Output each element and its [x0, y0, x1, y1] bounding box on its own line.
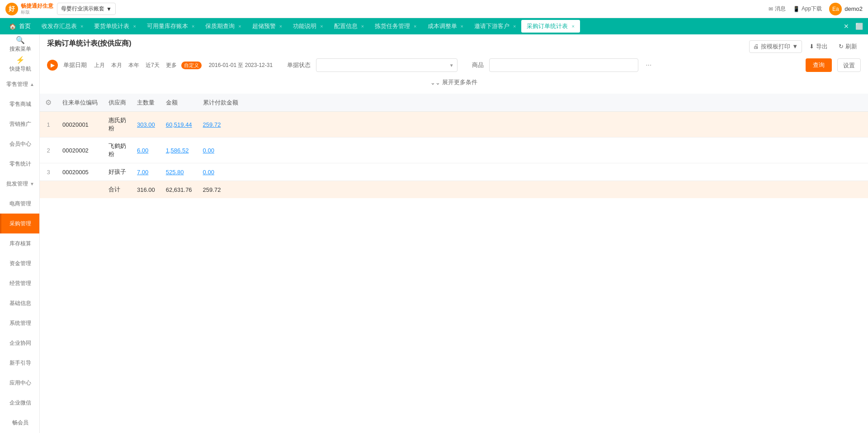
- close-tab-cost-adjust[interactable]: ×: [461, 24, 463, 29]
- sidebar-item-member2[interactable]: 畅会员: [0, 413, 39, 433]
- row-quantity[interactable]: 303.00: [132, 112, 160, 138]
- footer-label: 合计: [103, 181, 132, 199]
- tab-config-info[interactable]: 配置信息 ×: [329, 20, 369, 33]
- sidebar-item-inventory[interactable]: 库存核算: [0, 233, 39, 253]
- row-index: 1: [40, 112, 57, 138]
- tab-pick-task[interactable]: 拣货任务管理 ×: [369, 20, 422, 33]
- sidebar-item-wholesale[interactable]: 批发管理 ▼: [0, 174, 39, 194]
- refresh-button[interactable]: ↻ 刷新: [835, 41, 861, 52]
- table-settings-icon[interactable]: ⚙: [45, 99, 52, 106]
- sidebar-label-member2: 畅会员: [12, 419, 28, 427]
- nav-window-actions: ✕ ⬜: [841, 21, 864, 32]
- row-quantity[interactable]: 6.00: [132, 138, 160, 163]
- sidebar-item-search[interactable]: 🔍 搜索菜单: [0, 34, 39, 54]
- sidebar-item-basic-info[interactable]: 基础信息: [0, 294, 39, 314]
- filter-toggle-button[interactable]: ▶: [47, 60, 58, 71]
- sidebar-item-marketing[interactable]: 营销推广: [0, 114, 39, 134]
- table-row[interactable]: 2 00020002 飞鹤奶粉 6.00 1,586.52 0.00: [40, 138, 868, 163]
- sidebar-item-app-center[interactable]: 应用中心: [0, 373, 39, 393]
- page-header-combined: 采购订单统计表(按供应商) 🖨 按模板打印 ▼ ⬇ 导出 ↻ 刷新: [40, 34, 868, 94]
- query-button[interactable]: 查询: [806, 58, 832, 72]
- data-table: ⚙ 往来单位编码 供应商 主数量 金额 累计付款金额 1 00020001: [40, 94, 868, 198]
- more-shortcuts[interactable]: 更多: [164, 61, 179, 70]
- sidebar-item-quick-nav[interactable]: ⚡ 快捷导航: [0, 54, 39, 74]
- close-tab-pick-task[interactable]: ×: [414, 24, 416, 29]
- sidebar-item-purchase[interactable]: 采购管理: [0, 214, 39, 233]
- custom-date-badge[interactable]: 自定义: [181, 62, 202, 69]
- expand-more-button[interactable]: ⌄⌄ 展开更多条件: [430, 76, 477, 89]
- close-tab-available-stock[interactable]: ×: [192, 24, 194, 29]
- tab-func-desc[interactable]: 功能说明 ×: [288, 20, 328, 33]
- user-profile[interactable]: Ea demo2: [829, 3, 863, 15]
- row-amount[interactable]: 1,586.52: [160, 138, 198, 163]
- close-window-button[interactable]: ✕: [841, 21, 852, 32]
- export-button[interactable]: ⬇ 导出: [806, 41, 831, 52]
- tab-invite-downstream[interactable]: 邀请下游客户 ×: [469, 20, 521, 33]
- sidebar-item-enterprise-collab[interactable]: 企业协同: [0, 333, 39, 353]
- date-shortcuts: 上月 本月 本年 近7天 更多 自定义: [92, 61, 202, 70]
- table-row[interactable]: 1 00020001 惠氏奶粉 303.00 60,519.44 259.72: [40, 112, 868, 138]
- tab-available-stock[interactable]: 可用量库存账本 ×: [142, 20, 200, 33]
- tab-expiry-query[interactable]: 保质期查询 ×: [200, 20, 246, 33]
- tab-purchase-stat[interactable]: 采购订单统计表 ×: [521, 20, 580, 33]
- sidebar-label-operation: 经营管理: [9, 280, 31, 287]
- maximize-window-button[interactable]: ⬜: [854, 21, 864, 32]
- row-quantity[interactable]: 7.00: [132, 163, 160, 181]
- row-amount[interactable]: 60,519.44: [160, 112, 198, 138]
- this-year-shortcut[interactable]: 本年: [127, 61, 141, 70]
- sidebar-label-app-center: 应用中心: [9, 379, 31, 387]
- row-supplier: 好孩子: [103, 163, 132, 181]
- row-paid[interactable]: 0.00: [198, 163, 244, 181]
- sidebar-item-retail-store[interactable]: 零售商城: [0, 94, 39, 114]
- goods-label: 商品: [472, 61, 484, 69]
- template-print-button[interactable]: 🖨 按模板打印 ▼: [749, 40, 802, 53]
- status-select[interactable]: [316, 58, 458, 72]
- tab-cost-adjust[interactable]: 成本调整单 ×: [422, 20, 469, 33]
- mobile-icon: 📱: [793, 6, 800, 12]
- close-tab-config-info[interactable]: ×: [361, 24, 364, 29]
- row-code: 00020002: [57, 138, 103, 163]
- table-container: ⚙ 往来单位编码 供应商 主数量 金额 累计付款金额 1 00020001: [40, 94, 868, 433]
- sidebar-item-ecommerce[interactable]: 电商管理: [0, 194, 39, 214]
- sidebar-item-member[interactable]: 会员中心: [0, 134, 39, 154]
- message-button[interactable]: ✉ 消息: [769, 5, 786, 13]
- table-footer-row: 合计 316.00 62,631.76 259.72: [40, 181, 868, 199]
- message-icon: ✉: [769, 6, 773, 12]
- app-download-label: App下载: [802, 5, 822, 13]
- page-title-row: 采购订单统计表(按供应商) 🖨 按模板打印 ▼ ⬇ 导出 ↻ 刷新: [40, 34, 868, 54]
- last-7-days-shortcut[interactable]: 近7天: [144, 61, 161, 70]
- sidebar-item-finance[interactable]: 资金管理: [0, 254, 39, 274]
- row-paid[interactable]: 0.00: [198, 138, 244, 163]
- tab-collect-pay[interactable]: 收发存汇总表 ×: [36, 20, 89, 33]
- tab-goods-stat[interactable]: 要货单统计表 ×: [89, 20, 141, 33]
- sidebar-item-retail-stat[interactable]: 零售统计: [0, 154, 39, 174]
- table-row[interactable]: 3 00020005 好孩子 7.00 525.80 0.00: [40, 163, 868, 181]
- sidebar-item-retail[interactable]: 零售管理 ▲: [0, 74, 39, 94]
- sidebar-item-system[interactable]: 系统管理: [0, 314, 39, 333]
- this-month-shortcut[interactable]: 本月: [109, 61, 124, 70]
- sidebar-item-new-guide[interactable]: 新手引导: [0, 353, 39, 373]
- top-bar: 好 畅捷通好生意 标版 母婴行业演示账套 ▼ ✉ 消息 📱 App下载 Ea d…: [0, 0, 868, 18]
- goods-input[interactable]: [489, 58, 639, 72]
- workspace-selector[interactable]: 母婴行业演示账套 ▼: [57, 3, 116, 15]
- row-amount[interactable]: 525.80: [160, 163, 198, 181]
- app-download-button[interactable]: 📱 App下载: [793, 5, 822, 13]
- close-tab-purchase-stat[interactable]: ×: [571, 24, 574, 29]
- row-paid[interactable]: 259.72: [198, 112, 244, 138]
- th-extra: [244, 94, 868, 112]
- close-tab-overstock[interactable]: ×: [279, 24, 282, 29]
- tab-home[interactable]: 🏠 首页: [4, 20, 36, 33]
- close-tab-invite-downstream[interactable]: ×: [513, 24, 516, 29]
- settings-button[interactable]: 设置: [837, 58, 861, 72]
- sidebar-item-operation[interactable]: 经营管理: [0, 274, 39, 294]
- sidebar-label-purchase: 采购管理: [9, 220, 31, 228]
- tab-overstock[interactable]: 超储预警 ×: [247, 20, 288, 33]
- sidebar-label-ecommerce: 电商管理: [9, 200, 31, 208]
- close-tab-func-desc[interactable]: ×: [320, 24, 323, 29]
- sidebar-item-enterprise-wechat[interactable]: 企业微信: [0, 393, 39, 413]
- last-month-shortcut[interactable]: 上月: [92, 61, 107, 70]
- close-tab-collect-pay[interactable]: ×: [80, 24, 83, 29]
- close-tab-goods-stat[interactable]: ×: [133, 24, 136, 29]
- goods-more-icon[interactable]: ···: [644, 61, 653, 69]
- close-tab-expiry-query[interactable]: ×: [238, 24, 241, 29]
